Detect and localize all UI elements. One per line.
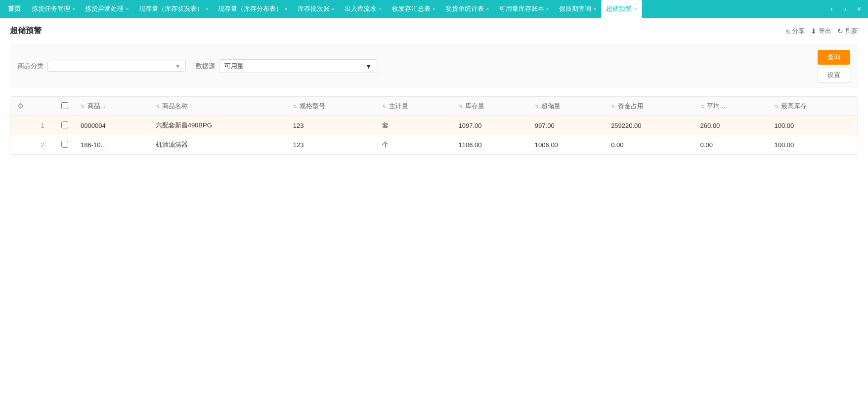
tab-1[interactable]: 拣货任务管理 × [27, 0, 80, 18]
col-header-stock: ⇅ 库存量 [453, 97, 529, 116]
sort-icon-avg: ⇅ [700, 104, 704, 109]
tab-2-close[interactable]: × [126, 6, 129, 12]
col-header-capital: ⇅ 资金占用 [605, 97, 694, 116]
tab-8-close[interactable]: × [486, 6, 489, 12]
col-header-index [30, 97, 55, 116]
row-index-0: 1 [30, 116, 55, 135]
tab-7[interactable]: 收发存汇总表 × [387, 0, 440, 18]
tab-1-close[interactable]: × [72, 6, 75, 12]
refresh-icon: ↻ [837, 27, 843, 35]
sort-icon-spec: ⇅ [293, 104, 297, 109]
tab-6[interactable]: 出入库流水 × [340, 0, 387, 18]
tab-9-close[interactable]: × [546, 6, 549, 12]
sort-icon-name: ⇅ [156, 104, 160, 109]
filter-buttons: 查询 设置 [818, 50, 850, 82]
row-stock-1: 1106.00 [453, 135, 529, 155]
col-header-max: ⇅ 最高库存 [769, 97, 858, 116]
tab-10-close[interactable]: × [593, 6, 596, 12]
row-spec-1: 123 [287, 135, 376, 155]
row-max-0: 100.00 [769, 116, 858, 135]
settings-button[interactable]: 设置 [818, 68, 850, 82]
row-index-1: 2 [30, 135, 55, 155]
table-row: 2 186-10... 机油滤清器 123 个 1106.00 1006.00 … [10, 135, 858, 155]
row-capital-1: 0.00 [605, 135, 694, 155]
category-select[interactable]: ▼ [47, 61, 186, 72]
sort-icon-capital: ⇅ [611, 104, 615, 109]
header-actions: ⎋ 分享 ⬇ 导出 ↻ 刷新 [786, 27, 858, 36]
nav-arrows: ‹ › × [825, 0, 866, 18]
sort-icon-over: ⇅ [535, 104, 539, 109]
sort-icon-unit: ⇅ [382, 104, 386, 109]
datasource-select-arrow: ▼ [365, 63, 372, 70]
filter-row: 商品分类 ▼ 数据源 可用量 ▼ 查询 设置 [10, 44, 858, 88]
category-label: 商品分类 [18, 62, 43, 71]
col-header-avg: ⇅ 平均... [694, 97, 769, 116]
tab-10[interactable]: 保质期查询 × [554, 0, 601, 18]
row-code-1: 186-10... [75, 135, 150, 155]
tab-11[interactable]: 超储预警 × [601, 0, 642, 18]
tab-4-close[interactable]: × [284, 6, 287, 12]
tab-4[interactable]: 现存量（库存分布表） × [213, 0, 292, 18]
tab-9[interactable]: 可用量库存账本 × [494, 0, 554, 18]
sort-icon-max: ⇅ [775, 104, 779, 109]
query-button[interactable]: 查询 [818, 50, 850, 65]
top-nav: 首页 拣货任务管理 × 拣货异常处理 × 现存量（库存状况表） × 现存量（库存… [0, 0, 868, 18]
col-header-code: ⇅ 商品... [75, 97, 150, 116]
row-unit-1: 个 [376, 135, 452, 155]
data-table: ⚙ ⇅ 商品... ⇅ 商品名称 ⇅ [10, 96, 858, 155]
row-checkbox-0 [55, 116, 75, 135]
col-header-unit: ⇅ 主计量 [376, 97, 452, 116]
tab-3-close[interactable]: × [205, 6, 208, 12]
row-over-0: 997.00 [529, 116, 605, 135]
tab-5[interactable]: 库存批次账 × [293, 0, 340, 18]
nav-arrow-right[interactable]: › [838, 0, 852, 18]
col-header-name: ⇅ 商品名称 [150, 97, 287, 116]
row-checkbox-1 [55, 135, 75, 155]
tab-2[interactable]: 拣货异常处理 × [80, 0, 133, 18]
col-header-checkbox [55, 97, 75, 116]
export-button[interactable]: ⬇ 导出 [811, 27, 831, 36]
share-button[interactable]: ⎋ 分享 [786, 27, 805, 36]
row-select-1[interactable] [61, 141, 68, 148]
tab-8[interactable]: 要货单统计表 × [440, 0, 494, 18]
datasource-select[interactable]: 可用量 ▼ [219, 59, 377, 73]
row-name-0: 六配套新昌490BPG [150, 116, 287, 135]
table-header-row: ⚙ ⇅ 商品... ⇅ 商品名称 ⇅ [10, 97, 858, 116]
datasource-label: 数据源 [196, 62, 215, 71]
datasource-select-text: 可用量 [224, 62, 365, 71]
filter-category: 商品分类 ▼ [18, 61, 186, 72]
sort-icon-stock: ⇅ [459, 104, 463, 109]
row-avg-1: 0.00 [694, 135, 769, 155]
row-avg-0: 260.00 [694, 116, 769, 135]
tab-7-close[interactable]: × [433, 6, 435, 12]
row-gear-1 [10, 135, 30, 155]
row-over-1: 1006.00 [529, 135, 605, 155]
select-all-checkbox[interactable] [61, 102, 68, 109]
row-unit-0: 套 [376, 116, 452, 135]
row-name-1: 机油滤清器 [150, 135, 287, 155]
page-content: 超储预警 ⎋ 分享 ⬇ 导出 ↻ 刷新 商品分类 ▼ 数据源 [0, 18, 868, 395]
page-header: 超储预警 ⎋ 分享 ⬇ 导出 ↻ 刷新 [10, 26, 858, 36]
row-stock-0: 1097.00 [453, 116, 529, 135]
tab-5-close[interactable]: × [332, 6, 335, 12]
row-select-0[interactable] [61, 121, 68, 128]
nav-arrow-close[interactable]: × [852, 0, 866, 18]
col-header-over: ⇅ 超储量 [529, 97, 605, 116]
sort-icon-code: ⇅ [81, 104, 85, 109]
row-gear-0 [10, 116, 30, 135]
export-icon: ⬇ [811, 27, 817, 35]
refresh-button[interactable]: ↻ 刷新 [837, 27, 858, 36]
gear-icon[interactable]: ⚙ [17, 102, 24, 110]
nav-arrow-left[interactable]: ‹ [825, 0, 838, 18]
category-select-arrow: ▼ [175, 63, 180, 69]
col-header-spec: ⇅ 规格型号 [287, 97, 376, 116]
row-capital-0: 259220.00 [605, 116, 694, 135]
tab-6-close[interactable]: × [379, 6, 382, 12]
row-code-0: 0000004 [75, 116, 150, 135]
col-header-gear: ⚙ [10, 97, 30, 116]
nav-home[interactable]: 首页 [2, 0, 27, 18]
tab-3[interactable]: 现存量（库存状况表） × [134, 0, 213, 18]
page-title: 超储预警 [10, 26, 786, 36]
filter-datasource: 数据源 可用量 ▼ [196, 59, 377, 73]
tab-11-close[interactable]: × [634, 6, 637, 12]
